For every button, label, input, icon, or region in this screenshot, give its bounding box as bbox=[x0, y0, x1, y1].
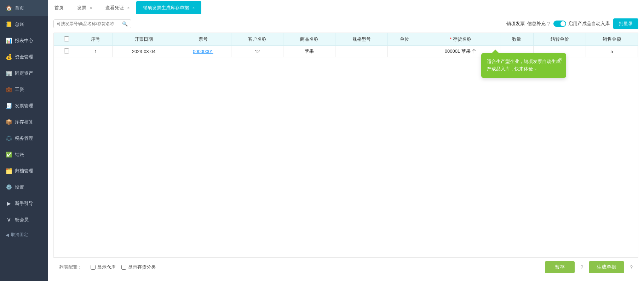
tab-bar: 首页 发票 × 查看凭证 × 销项发票生成库存单据 × bbox=[48, 0, 644, 14]
sidebar-item-settle[interactable]: ✅ 结账 bbox=[0, 147, 48, 163]
tooltip-popup: ✕ 适合生产型企业，销项发票自动生成产成品入库，快来体验～ bbox=[481, 53, 566, 78]
ledger-icon: 📒 bbox=[6, 21, 12, 28]
col-product: 商品名称 bbox=[283, 33, 335, 46]
sidebar: 🏠 首页 📒 总账 📊 报表中心 💰 资金管理 🏢 固定资产 💼 工资 🧾 发票… bbox=[0, 0, 48, 281]
sidebar-item-archive[interactable]: 🗂️ 归档管理 bbox=[0, 163, 48, 179]
generate-button[interactable]: 生成单据 bbox=[589, 261, 624, 273]
tab-invoice[interactable]: 发票 × bbox=[70, 1, 99, 14]
col-inventory: 存货名称 bbox=[421, 33, 500, 46]
sidebar-item-vip[interactable]: V 畅会员 bbox=[0, 212, 48, 228]
unpin-label: 取消固定 bbox=[11, 232, 28, 238]
row-spec bbox=[335, 46, 387, 57]
toolbar: 🔍 销项发票_信息补充 ? 启用产成品自动入库 批量录 bbox=[53, 18, 638, 29]
bottom-bar: 列表配置： 显示仓库 显示存货分类 暂存 ? 生成单据 ? bbox=[53, 257, 638, 277]
generate-help-icon[interactable]: ? bbox=[630, 264, 633, 270]
table-header-row: 序号 开票日期 票号 客户名称 商品名称 规格型号 单位 存货名称 数量 结转单… bbox=[54, 33, 638, 46]
config-label: 列表配置： bbox=[59, 264, 82, 270]
inventory-icon: 📦 bbox=[6, 119, 12, 125]
sidebar-item-capital[interactable]: 💰 资金管理 bbox=[0, 49, 48, 65]
invoice-mgmt-icon: 🧾 bbox=[6, 103, 12, 109]
toolbar-left: 🔍 bbox=[53, 19, 131, 28]
col-unit: 单位 bbox=[387, 33, 421, 46]
tab-home[interactable]: 首页 bbox=[48, 1, 70, 14]
sidebar-item-label: 设置 bbox=[15, 184, 24, 190]
sidebar-item-label: 固定资产 bbox=[15, 70, 33, 76]
save-help-icon[interactable]: ? bbox=[580, 264, 583, 270]
col-sales-amount: 销售金额 bbox=[586, 33, 638, 46]
batch-button[interactable]: 批量录 bbox=[613, 18, 638, 29]
tab-stock-receipt[interactable]: 销项发票生成库存单据 × bbox=[136, 1, 201, 14]
save-button[interactable]: 暂存 bbox=[545, 261, 575, 273]
sidebar-item-label: 归档管理 bbox=[15, 168, 33, 174]
sidebar-item-inventory[interactable]: 📦 库存核算 bbox=[0, 114, 48, 130]
row-customer: 12 bbox=[231, 46, 283, 57]
tab-voucher-label: 查看凭证 bbox=[105, 5, 124, 10]
col-number: 票号 bbox=[175, 33, 231, 46]
tab-invoice-close[interactable]: × bbox=[90, 6, 92, 10]
col-unit-cost: 结转单价 bbox=[534, 33, 586, 46]
settings-icon: ⚙️ bbox=[6, 184, 12, 190]
show-category-checkbox[interactable] bbox=[121, 265, 126, 270]
sidebar-item-label: 总账 bbox=[15, 21, 24, 28]
sidebar-item-label: 工资 bbox=[15, 86, 24, 93]
tab-voucher[interactable]: 查看凭证 × bbox=[99, 1, 136, 14]
sidebar-item-label: 资金管理 bbox=[15, 54, 33, 60]
sidebar-item-label: 新手引导 bbox=[15, 200, 33, 207]
info-label-group: 销项发票_信息补充 ? bbox=[506, 21, 550, 27]
archive-icon: 🗂️ bbox=[6, 168, 12, 174]
col-seq: 序号 bbox=[79, 33, 113, 46]
row-seq: 1 bbox=[79, 46, 113, 57]
select-all-checkbox[interactable] bbox=[64, 36, 69, 41]
sidebar-item-home[interactable]: 🏠 首页 bbox=[0, 0, 48, 16]
guide-icon: ▶ bbox=[6, 200, 12, 207]
sidebar-item-ledger[interactable]: 📒 总账 bbox=[0, 16, 48, 33]
show-warehouse-label: 显示仓库 bbox=[97, 264, 116, 270]
sidebar-item-label: 报表中心 bbox=[15, 38, 33, 44]
tab-stock-receipt-close[interactable]: × bbox=[192, 6, 195, 10]
show-category-label: 显示存货分类 bbox=[128, 264, 156, 270]
show-category-option[interactable]: 显示存货分类 bbox=[121, 264, 156, 270]
tooltip-text: 适合生产型企业，销项发票自动生成产成品入库，快来体验～ bbox=[487, 59, 560, 71]
row-checkbox[interactable] bbox=[64, 48, 69, 53]
show-warehouse-checkbox[interactable] bbox=[91, 265, 96, 270]
sidebar-item-label: 结账 bbox=[15, 151, 24, 158]
auto-stock-toggle[interactable] bbox=[553, 21, 566, 27]
tooltip-close-button[interactable]: ✕ bbox=[558, 55, 563, 63]
info-help-icon[interactable]: ? bbox=[547, 21, 550, 27]
toggle-group: 启用产成品自动入库 bbox=[553, 21, 610, 27]
tab-stock-receipt-label: 销项发票生成库存单据 bbox=[143, 5, 189, 10]
col-customer: 客户名称 bbox=[231, 33, 283, 46]
unpin-button[interactable]: ◀ 取消固定 bbox=[0, 228, 48, 241]
sidebar-item-invoice-mgmt[interactable]: 🧾 发票管理 bbox=[0, 98, 48, 114]
sidebar-item-payroll[interactable]: 💼 工资 bbox=[0, 81, 48, 98]
row-checkbox-cell[interactable] bbox=[54, 46, 79, 57]
sidebar-item-label: 畅会员 bbox=[15, 217, 29, 223]
tab-voucher-close[interactable]: × bbox=[127, 6, 130, 10]
sidebar-item-fixed-assets[interactable]: 🏢 固定资产 bbox=[0, 65, 48, 81]
toggle-label: 启用产成品自动入库 bbox=[568, 21, 610, 27]
tooltip-arrow bbox=[492, 50, 499, 53]
sidebar-item-reports[interactable]: 📊 报表中心 bbox=[0, 33, 48, 49]
payroll-icon: 💼 bbox=[6, 86, 12, 93]
col-spec: 规格型号 bbox=[335, 33, 387, 46]
sidebar-item-settings[interactable]: ⚙️ 设置 bbox=[0, 179, 48, 195]
col-checkbox[interactable] bbox=[54, 33, 79, 46]
row-product: 苹果 bbox=[283, 46, 335, 57]
search-box[interactable]: 🔍 bbox=[53, 19, 131, 28]
row-sales-amount: 5 bbox=[586, 46, 638, 57]
sidebar-item-tax[interactable]: ⚖️ 税务管理 bbox=[0, 130, 48, 147]
vip-icon: V bbox=[6, 217, 12, 223]
row-number[interactable]: 00000001 bbox=[175, 46, 231, 57]
show-warehouse-option[interactable]: 显示仓库 bbox=[91, 264, 116, 270]
reports-icon: 📊 bbox=[6, 38, 12, 44]
settle-icon: ✅ bbox=[6, 151, 12, 158]
toolbar-right: 销项发票_信息补充 ? 启用产成品自动入库 批量录 bbox=[506, 18, 638, 29]
fixed-assets-icon: 🏢 bbox=[6, 70, 12, 76]
search-icon: 🔍 bbox=[122, 21, 128, 27]
sidebar-item-guide[interactable]: ▶ 新手引导 bbox=[0, 195, 48, 212]
sidebar-item-label: 首页 bbox=[15, 5, 24, 11]
sidebar-item-label: 税务管理 bbox=[15, 135, 33, 142]
tax-icon: ⚖️ bbox=[6, 135, 12, 142]
sidebar-item-label: 库存核算 bbox=[15, 119, 33, 125]
search-input[interactable] bbox=[57, 21, 122, 26]
